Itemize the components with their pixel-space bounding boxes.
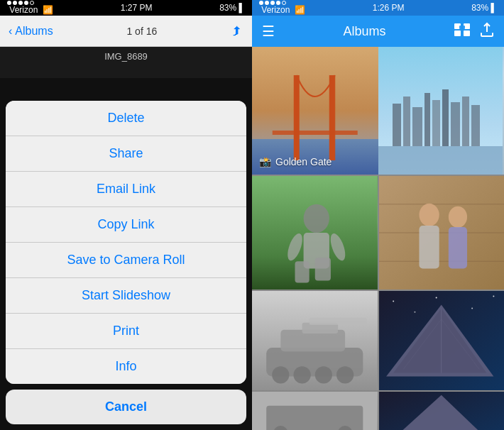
spaceship-photo[interactable] [379,291,505,390]
couple-photo[interactable] [379,176,505,290]
svg-rect-27 [315,258,331,280]
svg-point-43 [272,366,289,383]
svg-point-52 [493,295,494,297]
start-slideshow-action[interactable]: Start Slideshow [6,278,246,314]
back-label: Albums [15,25,53,38]
share-icon[interactable]: ⮭ [231,23,243,38]
chevron-left-icon: ‹ [9,25,12,38]
album-stack-icon: 📸 [259,156,271,167]
album-name: Golden Gate [275,156,332,167]
svg-rect-20 [462,97,469,146]
time-right: 1:26 PM [373,3,405,13]
golden-gate-album[interactable]: 📸 Golden Gate [252,47,504,175]
cancel-action[interactable]: Cancel [6,390,246,424]
tank-photo[interactable] [252,291,378,390]
svg-rect-17 [432,100,440,146]
golden-gate-left: 📸 Golden Gate [252,47,378,175]
svg-rect-19 [451,102,460,146]
svg-rect-15 [412,107,422,146]
carrier-left: Verizon 📶 [7,1,53,15]
action-sheet: Delete Share Email Link Copy Link Save t… [0,101,252,430]
right-nav-icons [454,22,494,41]
left-status-bar: Verizon 📶 1:27 PM 83% ▌ [0,0,252,16]
svg-rect-42 [309,318,367,325]
svg-rect-37 [448,227,466,268]
svg-point-36 [448,206,466,228]
svg-point-51 [471,308,473,309]
info-action[interactable]: Info [6,349,246,384]
email-link-action[interactable]: Email Link [6,172,246,207]
left-panel: Verizon 📶 1:27 PM 83% ▌ ‹ Albums 1 of 16… [0,0,252,430]
battery-right: 83% ▌ [471,3,497,13]
right-status-bar: Verizon 📶 1:26 PM 83% ▌ [252,0,504,16]
bottom-photo-left[interactable] [252,392,378,430]
svg-rect-26 [295,261,309,282]
time-left: 1:27 PM [121,3,153,13]
hamburger-menu-button[interactable]: ☰ [262,24,275,38]
svg-point-45 [315,366,332,383]
carrier-right: Verizon 📶 [259,1,305,15]
svg-point-24 [304,204,329,233]
svg-rect-35 [419,226,439,269]
photo-grid: 📸 Golden Gate [252,47,504,430]
save-camera-roll-action[interactable]: Save to Camera Roll [6,243,246,278]
svg-point-50 [435,297,437,298]
copy-link-action[interactable]: Copy Link [6,207,246,243]
svg-point-34 [419,204,439,226]
right-nav-bar: ☰ Albums [252,16,504,47]
svg-point-44 [293,366,310,383]
print-action[interactable]: Print [6,314,246,349]
man-photo[interactable] [252,176,378,290]
back-button[interactable]: ‹ Albums [9,25,53,38]
photo-position: 1 of 16 [126,26,157,37]
action-sheet-group: Delete Share Email Link Copy Link Save t… [6,101,246,384]
photo-label: IMG_8689 [0,47,252,66]
svg-point-49 [414,312,415,313]
share-action[interactable]: Share [6,136,246,172]
upload-icon[interactable] [480,22,494,41]
svg-rect-18 [442,89,449,146]
action-sheet-overlay: Delete Share Email Link Copy Link Save t… [0,78,252,430]
svg-rect-22 [378,146,503,175]
svg-point-46 [336,366,354,383]
battery-left: 83% ▌ [219,3,245,13]
svg-rect-2 [454,31,461,36]
svg-rect-16 [424,93,430,146]
bottom-photo-right[interactable] [379,392,505,430]
right-nav-title: Albums [343,24,385,39]
golden-gate-label: 📸 Golden Gate [259,156,332,167]
svg-rect-11 [273,131,358,135]
golden-gate-right [378,47,505,175]
right-panel: Verizon 📶 1:26 PM 83% ▌ ☰ Albums [252,0,504,430]
svg-rect-3 [464,31,470,36]
svg-point-48 [393,301,394,302]
left-nav-bar: ‹ Albums 1 of 16 ⮭ [0,16,252,47]
svg-rect-4 [459,26,465,29]
svg-rect-13 [393,104,401,146]
delete-action[interactable]: Delete [6,101,246,136]
svg-rect-14 [403,97,410,146]
svg-rect-21 [471,105,480,146]
svg-rect-8 [329,75,335,160]
grid-view-icon[interactable] [454,23,470,40]
